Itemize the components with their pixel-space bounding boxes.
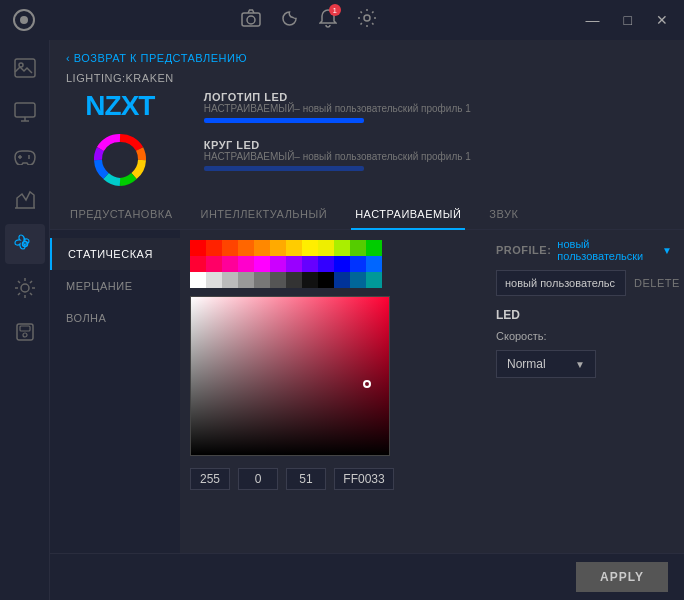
swatch[interactable]: [350, 240, 366, 256]
speed-select[interactable]: Normal ▼: [496, 350, 596, 378]
swatch[interactable]: [254, 256, 270, 272]
led-ring-item: КРУГ LED НАСТРАИВАЕМЫЙ– новый пользовате…: [204, 139, 471, 171]
red-value-input[interactable]: [190, 468, 230, 490]
swatch[interactable]: [318, 272, 334, 288]
swatch[interactable]: [334, 240, 350, 256]
swatch[interactable]: [206, 240, 222, 256]
swatch[interactable]: [270, 240, 286, 256]
svg-point-14: [106, 146, 134, 174]
swatch[interactable]: [222, 272, 238, 288]
device-title: LIGHTING:KRAKEN: [66, 72, 174, 84]
mode-wave[interactable]: ВОЛНА: [50, 302, 180, 334]
modes-panel: СТАТИЧЕСКАЯ МЕРЦАНИЕ ВОЛНА: [50, 230, 180, 553]
swatch[interactable]: [238, 256, 254, 272]
swatch[interactable]: [270, 256, 286, 272]
settings-panel: PROFILE: новый пользовательски ▼ DELETE …: [484, 230, 684, 553]
sidebar-item-image[interactable]: [5, 48, 45, 88]
title-bar-right: — □ ✕: [580, 10, 674, 30]
green-value-input[interactable]: [238, 468, 278, 490]
notification-badge: 1: [329, 4, 341, 16]
svg-point-1: [20, 16, 28, 24]
sidebar-item-light[interactable]: [5, 268, 45, 308]
swatch[interactable]: [366, 240, 382, 256]
color-picker-panel: [180, 230, 484, 553]
apply-area: APPLY: [50, 553, 684, 600]
led-ring-profile: НАСТРАИВАЕМЫЙ– новый пользовательский пр…: [204, 151, 471, 162]
profile-name-input[interactable]: [496, 270, 626, 296]
led-logo-bar: [204, 118, 364, 123]
tab-custom[interactable]: НАСТРАИВАЕМЫЙ: [351, 200, 465, 230]
swatch[interactable]: [334, 272, 350, 288]
swatch[interactable]: [270, 272, 286, 288]
profile-input-row: DELETE: [496, 270, 672, 296]
color-swatches: [190, 240, 390, 288]
color-gradient-picker[interactable]: [190, 296, 390, 456]
swatch[interactable]: [366, 272, 382, 288]
device-info: LIGHTING:KRAKEN NZXT: [66, 72, 174, 190]
camera-icon[interactable]: [241, 9, 261, 32]
swatch[interactable]: [286, 256, 302, 272]
swatch[interactable]: [222, 256, 238, 272]
swatch[interactable]: [190, 256, 206, 272]
swatch[interactable]: [334, 256, 350, 272]
notification-icon[interactable]: 1: [319, 8, 337, 32]
hex-value-input[interactable]: [334, 468, 394, 490]
apply-button[interactable]: APPLY: [576, 562, 668, 592]
svg-rect-13: [20, 326, 30, 331]
moon-icon[interactable]: [281, 9, 299, 32]
blue-value-input[interactable]: [286, 468, 326, 490]
led-logo-profile: НАСТРАИВАЕМЫЙ– новый пользовательский пр…: [204, 103, 471, 114]
swatch[interactable]: [206, 256, 222, 272]
led-logo-item: ЛОГОТИП LED НАСТРАИВАЕМЫЙ– новый пользов…: [204, 91, 471, 123]
swatch[interactable]: [318, 256, 334, 272]
swatch[interactable]: [254, 272, 270, 288]
title-bar-left: [10, 6, 38, 34]
swatch[interactable]: [302, 240, 318, 256]
tab-preset[interactable]: ПРЕДУСТАНОВКА: [66, 200, 177, 230]
app-logo: [10, 6, 38, 34]
sidebar-item-monitor[interactable]: [5, 92, 45, 132]
swatch[interactable]: [190, 240, 206, 256]
sidebar-item-fan[interactable]: [5, 224, 45, 264]
color-wheel: [90, 130, 150, 190]
maximize-button[interactable]: □: [618, 10, 638, 30]
swatch[interactable]: [286, 240, 302, 256]
speed-select-arrow-icon: ▼: [575, 359, 585, 370]
sidebar-item-chart[interactable]: [5, 180, 45, 220]
profile-value[interactable]: новый пользовательски: [557, 238, 656, 262]
swatch[interactable]: [254, 240, 270, 256]
led-list: ЛОГОТИП LED НАСТРАИВАЕМЫЙ– новый пользов…: [204, 72, 471, 190]
swatch[interactable]: [206, 272, 222, 288]
swatch[interactable]: [302, 272, 318, 288]
swatch[interactable]: [238, 240, 254, 256]
sidebar-item-disk[interactable]: [5, 312, 45, 352]
tabs-row: ПРЕДУСТАНОВКА ИНТЕЛЛЕКТУАЛЬНЫЙ НАСТРАИВА…: [50, 200, 684, 230]
tab-sound[interactable]: ЗВУК: [485, 200, 522, 230]
swatch[interactable]: [366, 256, 382, 272]
tab-intelligent[interactable]: ИНТЕЛЛЕКТУАЛЬНЫЙ: [197, 200, 332, 230]
back-link[interactable]: ‹ ВОЗВРАТ К ПРЕДСТАВЛЕНИЮ: [50, 40, 684, 72]
delete-button[interactable]: DELETE: [634, 277, 680, 289]
mode-flicker[interactable]: МЕРЦАНИЕ: [50, 270, 180, 302]
swatch[interactable]: [350, 256, 366, 272]
chevron-down-icon[interactable]: ▼: [662, 245, 672, 256]
svg-rect-7: [15, 103, 35, 117]
svg-point-3: [247, 16, 255, 24]
led-logo-name: ЛОГОТИП LED: [204, 91, 471, 103]
swatch[interactable]: [318, 240, 334, 256]
sidebar-item-gamepad[interactable]: [5, 136, 45, 176]
mode-static[interactable]: СТАТИЧЕСКАЯ: [50, 238, 180, 270]
device-section: LIGHTING:KRAKEN NZXT: [50, 72, 684, 200]
settings-icon[interactable]: [357, 8, 377, 33]
lower-section: СТАТИЧЕСКАЯ МЕРЦАНИЕ ВОЛНА: [50, 230, 684, 553]
swatch[interactable]: [302, 256, 318, 272]
minimize-button[interactable]: —: [580, 10, 606, 30]
swatch[interactable]: [222, 240, 238, 256]
close-button[interactable]: ✕: [650, 10, 674, 30]
swatch[interactable]: [350, 272, 366, 288]
swatch[interactable]: [286, 272, 302, 288]
swatch[interactable]: [238, 272, 254, 288]
swatch[interactable]: [190, 272, 206, 288]
content-area: ‹ ВОЗВРАТ К ПРЕДСТАВЛЕНИЮ LIGHTING:KRAKE…: [50, 40, 684, 600]
nzxt-logo: NZXT: [85, 90, 154, 122]
